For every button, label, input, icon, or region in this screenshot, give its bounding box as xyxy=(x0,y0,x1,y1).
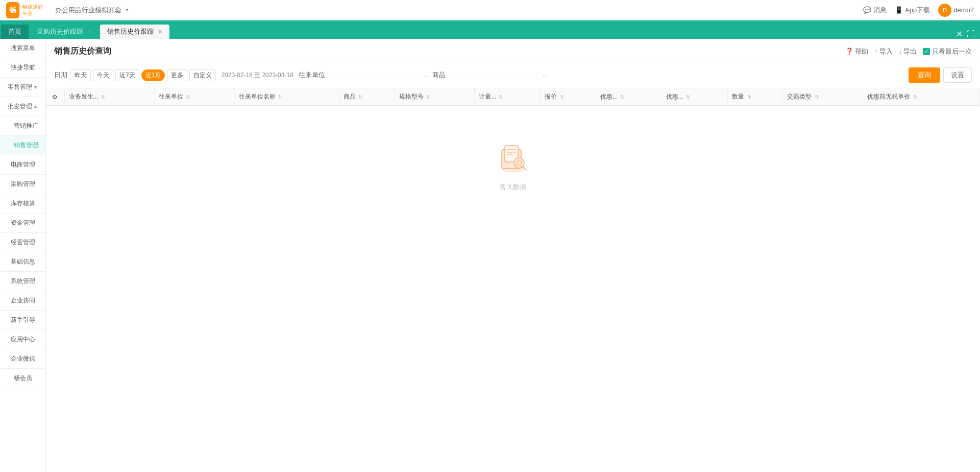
message-icon: 💬 xyxy=(863,6,871,14)
operations-mgmt-label: 经营管理 xyxy=(11,238,35,247)
sidebar-item-search-menu[interactable]: 搜索菜单 xyxy=(0,39,45,58)
sidebar-item-vip-member[interactable]: 畅会员 xyxy=(0,369,45,388)
table-area: ⚙ 业务发生... ⇅ 往来单位 ⇅ 往来单位名称 xyxy=(46,88,980,472)
date-label: 日期 xyxy=(54,70,67,80)
partner-dots[interactable]: ... xyxy=(422,72,427,79)
sidebar-item-basic-info[interactable]: 基础信息 xyxy=(0,252,45,272)
sort-icon-unit: ⇅ xyxy=(499,94,503,100)
empty-icon xyxy=(493,136,533,177)
sidebar-item-enterprise-collab[interactable]: 企业协同 xyxy=(0,291,45,311)
th-quantity[interactable]: 数量 ⇅ xyxy=(727,88,783,106)
sidebar-item-retail-mgmt[interactable]: 零售管理 ▼ xyxy=(0,78,45,97)
th-unit[interactable]: 计量... ⇅ xyxy=(475,88,541,106)
sidebar-item-app-center[interactable]: 应用中心 xyxy=(0,330,45,349)
sidebar-item-enterprise-wechat[interactable]: 企业微信 xyxy=(0,349,45,369)
sidebar-item-quick-nav[interactable]: 快捷导航 xyxy=(0,58,45,78)
th-discount1-label: 优惠... xyxy=(600,93,618,100)
th-biz-date[interactable]: 业务发生... ⇅ xyxy=(64,88,155,106)
sidebar-item-sales-mgmt[interactable]: 销售管理 xyxy=(0,136,45,155)
system-mgmt-label: 系统管理 xyxy=(11,277,35,286)
sidebar-item-system-mgmt[interactable]: 系统管理 xyxy=(0,272,45,291)
sidebar-item-ecommerce-mgmt[interactable]: 电商管理 xyxy=(0,155,45,175)
date-buttons: 昨天 今天 近7天 近1月 更多 自定义 xyxy=(70,69,216,81)
th-biz-date-label: 业务发生... xyxy=(69,93,99,100)
export-btn[interactable]: ↓ 导出 xyxy=(899,47,917,56)
date-filter-group: 日期 昨天 今天 近7天 近1月 更多 自定义 2023-02-18 至 202… xyxy=(54,69,293,81)
import-btn[interactable]: ↑ 导入 xyxy=(874,47,893,56)
th-pre-tax-price-label: 优惠前无税单价 xyxy=(867,93,910,100)
help-btn[interactable]: ❓ 帮助 xyxy=(845,47,868,56)
th-trade-type[interactable]: 交易类型 ⇅ xyxy=(783,88,863,106)
topbar-title: 办公用品行业模拟账套 xyxy=(55,6,121,15)
th-pre-tax-price[interactable]: 优惠前无税单价 ⇅ xyxy=(863,88,980,106)
data-table: ⚙ 业务发生... ⇅ 往来单位 ⇅ 往来单位名称 xyxy=(46,88,980,106)
sort-icon-quote-price: ⇅ xyxy=(560,94,564,100)
query-btn[interactable]: 查询 xyxy=(909,67,940,83)
sort-icon-discount1: ⇅ xyxy=(620,94,624,100)
sort-icon-goods: ⇅ xyxy=(358,94,362,100)
partner-input[interactable] xyxy=(328,70,420,80)
purchase-mgmt-label: 采购管理 xyxy=(11,180,35,188)
th-partner-code-label: 往来单位 xyxy=(159,93,183,100)
tab-purchase-history-close[interactable]: ✕ xyxy=(87,29,92,35)
date-btn-more[interactable]: 更多 xyxy=(167,69,187,81)
sidebar-item-new-guide[interactable]: 新手引导 xyxy=(0,311,45,330)
date-btn-today[interactable]: 今天 xyxy=(93,69,113,81)
th-discount1[interactable]: 优惠... ⇅ xyxy=(596,88,662,106)
message-btn[interactable]: 💬 消息 xyxy=(863,6,887,15)
import-icon: ↑ xyxy=(874,48,878,55)
tab-purchase-history[interactable]: 采购历史价跟踪 ✕ xyxy=(30,25,99,39)
username: demo2 xyxy=(953,6,974,14)
th-trade-type-label: 交易类型 xyxy=(787,93,812,100)
enterprise-wechat-label: 企业微信 xyxy=(11,355,35,363)
tab-home-label: 首页 xyxy=(8,27,21,36)
th-discount2[interactable]: 优惠... ⇅ xyxy=(662,88,727,106)
th-partner-code[interactable]: 往来单位 ⇅ xyxy=(155,88,235,106)
sidebar-item-operations-mgmt[interactable]: 经营管理 xyxy=(0,233,45,252)
th-goods-label: 商品 xyxy=(344,93,356,100)
content-area: 销售历史价查询 ❓ 帮助 ↑ 导入 ↓ 导出 ✓ xyxy=(46,39,980,472)
tab-sales-history-close[interactable]: ✕ xyxy=(158,29,162,35)
app-download-btn[interactable]: 📱 App下载 xyxy=(895,6,930,15)
date-btn-last7[interactable]: 近7天 xyxy=(115,69,139,81)
empty-text: 暂无数据 xyxy=(500,182,526,192)
sidebar-item-finance-mgmt[interactable]: 资金管理 xyxy=(0,214,45,233)
topbar-dropdown-icon[interactable]: ▾ xyxy=(126,7,129,13)
th-quantity-label: 数量 xyxy=(732,93,744,100)
maximize-btn[interactable]: ⛶ xyxy=(967,30,975,39)
date-btn-last1m[interactable]: 近1月 xyxy=(141,69,165,81)
close-window-btn[interactable]: ✕ xyxy=(956,29,963,39)
only-last-label: 只看最后一次 xyxy=(932,47,972,56)
th-quote-price-label: 报价 xyxy=(545,93,557,100)
sidebar-item-inventory-check[interactable]: 库存核算 xyxy=(0,194,45,214)
sidebar-item-wholesale-mgmt[interactable]: 批发管理 ▲ xyxy=(0,97,45,116)
sales-mgmt-label: 销售管理 xyxy=(14,141,38,150)
search-menu-label: 搜索菜单 xyxy=(11,44,35,53)
message-label: 消息 xyxy=(873,6,887,15)
app-download-icon: 📱 xyxy=(895,6,903,14)
date-btn-custom[interactable]: 自定义 xyxy=(189,69,216,81)
sort-icon-partner-code: ⇅ xyxy=(186,94,190,100)
topbar: 畅 畅捷通好生意 办公用品行业模拟账套 ▾ 💬 消息 📱 App下载 D dem… xyxy=(0,0,980,20)
sort-icon-biz-date: ⇅ xyxy=(101,94,105,100)
th-partner-name[interactable]: 往来单位名称 ⇅ xyxy=(235,88,339,106)
th-goods[interactable]: 商品 ⇅ xyxy=(339,88,395,106)
th-unit-label: 计量... xyxy=(479,93,496,100)
th-gear[interactable]: ⚙ xyxy=(46,88,64,106)
settings-btn[interactable]: 设置 xyxy=(943,67,972,83)
sidebar-item-purchase-mgmt[interactable]: 采购管理 xyxy=(0,175,45,194)
goods-dots[interactable]: ... xyxy=(543,72,548,79)
ecommerce-mgmt-label: 电商管理 xyxy=(11,160,35,169)
th-spec[interactable]: 规格型号 ⇅ xyxy=(395,88,475,106)
tab-home[interactable]: 首页 xyxy=(1,25,29,39)
date-btn-yesterday[interactable]: 昨天 xyxy=(70,69,91,81)
logo-text: 畅捷通好生意 xyxy=(22,4,47,16)
sidebar-item-marketing[interactable]: 营销推广 xyxy=(0,116,45,136)
goods-input[interactable] xyxy=(449,70,541,80)
new-guide-label: 新手引导 xyxy=(11,316,35,324)
user-menu[interactable]: D demo2 xyxy=(938,4,974,17)
th-quote-price[interactable]: 报价 ⇅ xyxy=(541,88,596,106)
only-last-checkbox[interactable]: ✓ 只看最后一次 xyxy=(923,47,972,56)
tabbar: 首页 采购历史价跟踪 ✕ 销售历史价跟踪 ✕ ✕ ⛶ xyxy=(0,20,980,39)
tab-sales-history[interactable]: 销售历史价跟踪 ✕ xyxy=(100,25,169,39)
